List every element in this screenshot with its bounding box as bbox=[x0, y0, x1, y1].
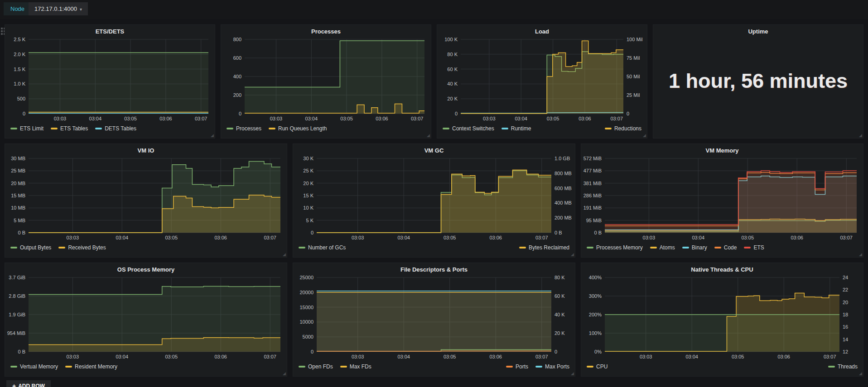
panel-resize-handle[interactable]: ◢ bbox=[571, 372, 574, 376]
y-axis-right-label: 100 Mil bbox=[627, 37, 642, 42]
legend-item-open-fds[interactable]: Open FDs bbox=[299, 363, 333, 370]
panel-resize-handle[interactable]: ◢ bbox=[643, 134, 646, 138]
legend-label: Run Queues Length bbox=[278, 125, 327, 132]
legend-color-swatch bbox=[828, 366, 835, 368]
y-axis-label: 40 K bbox=[447, 81, 458, 86]
x-axis-label: 03:05 bbox=[732, 354, 744, 359]
panel-title[interactable]: Uptime bbox=[653, 25, 863, 36]
chart-canvas[interactable]: 0 B5 MB10 MB15 MB20 MB25 MB30 MB03:0303:… bbox=[5, 155, 287, 242]
plus-icon: + bbox=[12, 382, 16, 387]
legend-item-ets-limit[interactable]: ETS Limit bbox=[10, 125, 43, 132]
chart-canvas[interactable]: 05 K10 K15 K20 K25 K30 K0 B200 MB400 MB6… bbox=[293, 155, 575, 242]
panel-resize-handle[interactable]: ◢ bbox=[859, 134, 862, 138]
chart-svg: 020040060080003:0303:0403:0503:0603:07 bbox=[221, 36, 431, 123]
legend-item-reductions[interactable]: Reductions bbox=[605, 125, 641, 132]
legend-item-atoms[interactable]: Atoms bbox=[650, 244, 675, 251]
legend-item-code[interactable]: Code bbox=[714, 244, 737, 251]
legend-item-received-bytes[interactable]: Received Bytes bbox=[58, 244, 106, 251]
legend: ETS LimitETS TablesDETS Tables bbox=[5, 123, 215, 134]
x-axis-label: 03:03 bbox=[54, 116, 67, 121]
y-axis-label: 0 bbox=[311, 230, 313, 235]
x-axis-label: 03:07 bbox=[824, 354, 836, 359]
y-axis-label: 2.5 K bbox=[14, 37, 25, 42]
y-axis-label: 15 K bbox=[303, 193, 313, 198]
legend-item-ets-tables[interactable]: ETS Tables bbox=[51, 125, 88, 132]
panel-title[interactable]: OS Process Memory bbox=[5, 263, 287, 274]
legend-item-ports[interactable]: Ports bbox=[506, 363, 528, 370]
x-axis-label: 03:06 bbox=[777, 354, 790, 359]
panel-resize-handle[interactable]: ◢ bbox=[859, 372, 862, 376]
panel-resize-handle[interactable]: ◢ bbox=[211, 134, 214, 138]
add-row-button[interactable]: + ADD ROW bbox=[6, 380, 51, 387]
legend-item-processes-memory[interactable]: Processes Memory bbox=[587, 244, 643, 251]
legend-label: Processes Memory bbox=[596, 244, 643, 251]
legend-item-max-fds[interactable]: Max FDs bbox=[340, 363, 371, 370]
y-axis-label: 400% bbox=[589, 275, 602, 280]
legend-item-resident-memory[interactable]: Resident Memory bbox=[65, 363, 117, 370]
y-axis-label: 200% bbox=[589, 312, 602, 317]
legend-color-swatch bbox=[340, 366, 347, 368]
chart-canvas[interactable]: 0 B95 MiB191 MiB286 MiB381 MiB477 MiB572… bbox=[581, 155, 863, 242]
y-axis-label: 0 bbox=[239, 111, 241, 116]
panel-title[interactable]: VM IO bbox=[5, 144, 287, 155]
y-axis-label: 10 MB bbox=[11, 205, 25, 210]
y-axis-label: 100 K bbox=[444, 37, 458, 42]
legend-color-swatch bbox=[682, 247, 689, 248]
legend-color-swatch bbox=[299, 366, 305, 368]
y-axis-label: 20 K bbox=[303, 181, 313, 186]
legend-item-dets-tables[interactable]: DETS Tables bbox=[95, 125, 136, 132]
chart-canvas[interactable]: 0500010000150002000025000020 K40 K60 K80… bbox=[293, 274, 575, 361]
legend-item-runtime[interactable]: Runtime bbox=[502, 125, 531, 132]
legend-item-processes[interactable]: Processes bbox=[227, 125, 261, 132]
y-axis-right-label: 1.0 GB bbox=[555, 156, 570, 161]
chart-canvas[interactable]: 0%100%200%300%400%1214161820222403:0303:… bbox=[581, 274, 863, 361]
panel-resize-handle[interactable]: ◢ bbox=[571, 253, 574, 257]
chart-svg: 05001.0 K1.5 K2.0 K2.5 K03:0303:0403:050… bbox=[5, 36, 215, 123]
panel-title[interactable]: File Descriptors & Ports bbox=[293, 263, 575, 274]
legend-color-swatch bbox=[227, 128, 233, 129]
x-axis-label: 03:06 bbox=[214, 354, 227, 359]
x-axis-label: 03:06 bbox=[376, 116, 388, 121]
chart-canvas[interactable]: 020040060080003:0303:0403:0503:0603:07 bbox=[221, 36, 431, 123]
panel-resize-handle[interactable]: ◢ bbox=[283, 372, 286, 376]
chart-canvas[interactable]: 0 B954 MiB1.9 GiB2.8 GiB3.7 GiB03:0303:0… bbox=[5, 274, 287, 361]
y-axis-label: 2.0 K bbox=[14, 52, 25, 57]
y-axis-right-label: 600 MB bbox=[555, 186, 572, 191]
legend-item-cpu[interactable]: CPU bbox=[587, 363, 608, 370]
legend-item-vertual-memory[interactable]: Vertual Memory bbox=[10, 363, 58, 370]
legend-item-output-bytes[interactable]: Output Bytes bbox=[10, 244, 51, 251]
y-axis-label: 5000 bbox=[303, 334, 313, 339]
y-axis-right-label: 25 Mil bbox=[627, 92, 640, 98]
y-axis-label: 95 MiB bbox=[586, 218, 602, 223]
x-axis-label: 03:07 bbox=[411, 116, 424, 121]
chart-canvas[interactable]: 05001.0 K1.5 K2.0 K2.5 K03:0303:0403:050… bbox=[5, 36, 215, 123]
panel-title[interactable]: Native Threads & CPU bbox=[581, 263, 863, 274]
legend-color-swatch bbox=[587, 247, 593, 248]
legend-item-max-ports[interactable]: Max Ports bbox=[535, 363, 569, 370]
panel-title[interactable]: VM Memory bbox=[581, 144, 863, 155]
legend-label: Atoms bbox=[660, 244, 675, 251]
panel-resize-handle[interactable]: ◢ bbox=[283, 253, 286, 257]
chart-canvas[interactable]: 020 K40 K60 K80 K100 K025 Mil50 Mil75 Mi… bbox=[437, 36, 647, 123]
panel-vm-io: VM IO 0 B5 MB10 MB15 MB20 MB25 MB30 MB03… bbox=[5, 144, 287, 257]
legend-color-swatch bbox=[65, 366, 72, 368]
panel-title[interactable]: Processes bbox=[221, 25, 431, 36]
node-dropdown[interactable]: 172.17.0.1:4000▾ bbox=[29, 2, 88, 15]
legend-item-number-of-gcs[interactable]: Number of GCs bbox=[299, 244, 346, 251]
legend-color-swatch bbox=[744, 247, 751, 248]
legend-item-threads[interactable]: Threads bbox=[828, 363, 858, 370]
panel-title[interactable]: VM GC bbox=[293, 144, 575, 155]
y-axis-right-label: 20 K bbox=[555, 330, 565, 336]
y-axis-label: 1.5 K bbox=[14, 67, 25, 72]
legend-item-bytes-reclaimed[interactable]: Bytes Reclaimed bbox=[519, 244, 569, 251]
dashboard-row-3: OS Process Memory 0 B954 MiB1.9 GiB2.8 G… bbox=[5, 263, 863, 376]
panel-title[interactable]: Load bbox=[437, 25, 647, 36]
legend-item-binary[interactable]: Binary bbox=[682, 244, 707, 251]
legend-item-run-queues-length[interactable]: Run Queues Length bbox=[269, 125, 327, 132]
legend-item-context-switches[interactable]: Context Switches bbox=[443, 125, 494, 132]
legend-item-ets[interactable]: ETS bbox=[744, 244, 764, 251]
panel-resize-handle[interactable]: ◢ bbox=[427, 134, 430, 138]
y-axis-label: 10000 bbox=[299, 319, 313, 325]
panel-title[interactable]: ETS/DETS bbox=[5, 25, 215, 36]
panel-resize-handle[interactable]: ◢ bbox=[859, 253, 862, 257]
